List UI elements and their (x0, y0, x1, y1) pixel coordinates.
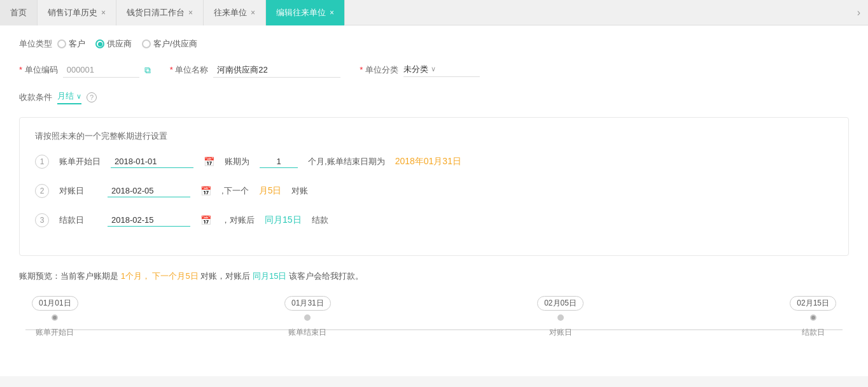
step-1-label: 账单开始日 (59, 156, 101, 167)
step-2-row: 2 对账日 📅 ,下一个 月5日 对账 (35, 184, 833, 198)
timeline-sub-0: 账单开始日 (36, 327, 74, 338)
radio-customer-circle (57, 39, 66, 48)
unit-code-group: 单位编码 ⧉ (19, 62, 151, 78)
tab-partner-units[interactable]: 往来单位 × (204, 0, 266, 25)
tab-home[interactable]: 首页 (0, 0, 38, 25)
radio-supplier-circle (95, 39, 104, 48)
step-3-label: 结款日 (59, 215, 97, 226)
payment-term-label: 收款条件 (19, 92, 52, 103)
step-2-label: 对账日 (59, 185, 97, 197)
step-1-period-input[interactable] (260, 155, 298, 168)
tab-sales-label: 销售订单历史 (48, 7, 97, 18)
unit-info-row: 单位编码 ⧉ 单位名称 单位分类 未分类 ∨ (19, 62, 849, 78)
timeline-dot-3 (810, 314, 816, 321)
radio-customer[interactable]: 客户 (57, 38, 85, 50)
step-1-period-unit: 个月,账单结束日期为 (308, 156, 385, 167)
unit-name-group: 单位名称 (170, 62, 341, 78)
timeline-badge-2: 02月05日 (537, 296, 584, 311)
step-1-num: 1 (35, 155, 49, 169)
radio-both[interactable]: 客户/供应商 (142, 38, 197, 50)
panel-hint: 请按照未来的一个完整帐期进行设置 (35, 130, 833, 142)
main-content: 单位类型 客户 供应商 客户/供应商 (0, 25, 868, 376)
unit-name-label: 单位名称 (170, 64, 209, 76)
unit-code-label: 单位编码 (19, 64, 58, 76)
timeline-container: 01月01日 账单开始日 01月31日 账单结束日 02月05日 对账日 02月… (19, 296, 849, 363)
preview-end: 该客户会给我打款。 (289, 271, 363, 281)
step-3-suffix-pre: ，对账后 (221, 215, 255, 226)
timeline-dot-0 (52, 314, 58, 321)
radio-supplier[interactable]: 供应商 (95, 38, 132, 50)
tab-partner-label: 往来单位 (214, 7, 247, 18)
unit-type-row: 单位类型 客户 供应商 客户/供应商 (19, 38, 849, 50)
step-3-suffix-hl: 同月15日 (265, 215, 302, 226)
step-3-suffix-post: 结款 (312, 215, 328, 226)
preview-p1: 1个月， (121, 271, 150, 281)
timeline-dot-1 (304, 314, 311, 321)
payment-term-select[interactable]: 月结 ∨ (57, 90, 81, 104)
payment-term-group: 收款条件 月结 ∨ ? (19, 90, 97, 104)
preview-p3: 同月15日 (253, 271, 286, 281)
timeline-point-2: 02月05日 对账日 (537, 296, 584, 338)
chevron-down-icon: ∨ (431, 65, 436, 73)
tab-partner-close[interactable]: × (251, 9, 255, 17)
step-1-row: 1 账单开始日 📅 账期为 个月,账单结束日期为 2018年01月31日 (35, 155, 833, 169)
tab-cash-close[interactable]: × (188, 9, 193, 17)
tab-sales-order[interactable]: 销售订单历史 × (38, 0, 116, 25)
settings-panel: 请按照未来的一个完整帐期进行设置 1 账单开始日 📅 账期为 个月,账单结束日期… (19, 117, 849, 256)
unit-code-input[interactable] (63, 62, 139, 78)
radio-both-circle (142, 39, 151, 48)
tab-edit-partner[interactable]: 编辑往来单位 × (266, 0, 345, 25)
step-3-row: 3 结款日 📅 ，对账后 同月15日 结款 (35, 213, 833, 227)
step-2-suffix-pre: ,下一个 (221, 185, 249, 197)
tab-edit-close[interactable]: × (330, 9, 334, 17)
timeline-points: 01月01日 账单开始日 01月31日 账单结束日 02月05日 对账日 02月… (32, 296, 836, 338)
payment-term-value: 月结 (57, 90, 74, 102)
help-icon[interactable]: ? (87, 92, 97, 102)
unit-type-group: 单位类型 客户 供应商 客户/供应商 (19, 38, 197, 50)
step-2-date-input[interactable] (108, 185, 190, 197)
step-2-suffix-post: 对账 (291, 185, 308, 197)
timeline-sub-1: 账单结束日 (288, 327, 326, 338)
step-3-calendar-icon[interactable]: 📅 (200, 215, 211, 225)
timeline-badge-1: 01月31日 (284, 296, 331, 311)
tab-sales-close[interactable]: × (101, 9, 106, 17)
step-2-num: 2 (35, 184, 49, 198)
radio-customer-label: 客户 (69, 38, 85, 50)
preview-mid: 对账，对账后 (200, 271, 250, 281)
copy-icon[interactable]: ⧉ (144, 65, 151, 76)
unit-category-value: 未分类 (403, 64, 428, 75)
timeline-point-0: 01月01日 账单开始日 (32, 296, 78, 338)
tab-cash-label: 钱货日清工作台 (127, 7, 185, 18)
radio-both-label: 客户/供应商 (153, 38, 197, 50)
tab-more-btn[interactable]: › (850, 7, 868, 18)
step-3-date-input[interactable] (108, 214, 190, 227)
unit-category-label: 单位分类 (360, 64, 398, 76)
timeline-sub-3: 结款日 (802, 327, 825, 338)
unit-category-select[interactable]: 未分类 ∨ (403, 64, 480, 77)
unit-type-label: 单位类型 (19, 38, 52, 50)
timeline-badge-3: 02月15日 (790, 296, 836, 311)
step-2-suffix-hl: 月5日 (259, 185, 282, 197)
radio-group: 客户 供应商 客户/供应商 (57, 38, 197, 50)
unit-name-input[interactable] (213, 62, 340, 78)
timeline-point-1: 01月31日 账单结束日 (284, 296, 331, 338)
preview-p2: 下一个月5日 (152, 271, 198, 281)
step-1-end-date: 2018年01月31日 (395, 156, 461, 167)
step-3-num: 3 (35, 213, 49, 227)
step-2-calendar-icon[interactable]: 📅 (200, 186, 211, 196)
radio-supplier-dot (98, 42, 102, 46)
preview-label: 账期预览：当前客户账期是 (19, 271, 118, 281)
tab-edit-label: 编辑往来单位 (276, 7, 326, 18)
timeline-dot-2 (557, 314, 564, 321)
timeline-sub-2: 对账日 (549, 327, 572, 338)
radio-supplier-label: 供应商 (107, 38, 132, 50)
payment-chevron-icon: ∨ (76, 92, 81, 101)
preview-text: 账期预览：当前客户账期是 1个月， 下一个月5日 对账，对账后 同月15日 该客… (19, 269, 849, 283)
timeline-point-3: 02月15日 结款日 (790, 296, 836, 338)
tab-home-label: 首页 (10, 7, 27, 18)
step-1-date-input[interactable] (111, 155, 193, 168)
step-1-calendar-icon[interactable]: 📅 (204, 157, 214, 167)
tab-cash-workbench[interactable]: 钱货日清工作台 × (116, 0, 204, 25)
step-1-period-label: 账期为 (225, 156, 249, 167)
unit-category-group: 单位分类 未分类 ∨ (360, 64, 480, 77)
